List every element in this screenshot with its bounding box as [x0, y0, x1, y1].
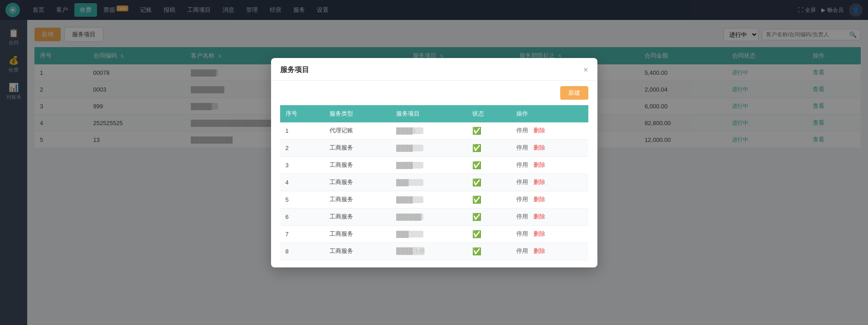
delete-button[interactable]: 删除: [533, 247, 545, 254]
list-item: 2 工商服务 ████ ✅ 停用 删除: [280, 139, 588, 156]
status-check-icon: ✅: [472, 213, 481, 221]
list-item: 7 工商服务 ███ ✅ 停用 删除: [280, 225, 588, 243]
service-items-modal: 服务项目 × 新建 序号 服务类型 服务项目 状态 操作 1 代理记账 ████…: [271, 58, 597, 267]
service-cell-action: 停用 删除: [511, 208, 588, 225]
service-table-body: 1 代理记账 ████1 ✅ 停用 删除 2 工商服务 ████ ✅ 停用 删除…: [280, 122, 588, 260]
service-cell-item: ████1: [391, 122, 467, 140]
service-cell-type: 工商服务: [324, 156, 391, 174]
modal-close-button[interactable]: ×: [583, 66, 588, 74]
delete-button[interactable]: 删除: [533, 179, 545, 185]
status-check-icon: ✅: [472, 230, 481, 238]
service-cell-action: 停用 删除: [511, 122, 588, 140]
delete-button[interactable]: 删除: [533, 213, 545, 220]
service-col-item: 服务项目: [391, 105, 467, 122]
service-cell-seq: 7: [280, 225, 324, 243]
status-check-icon: ✅: [472, 247, 481, 255]
service-cell-seq: 4: [280, 174, 324, 191]
modal-header: 服务项目 ×: [271, 58, 597, 81]
list-item: 4 工商服务 ███ ✅ 停用 删除: [280, 174, 588, 191]
service-cell-item: ████: [391, 139, 467, 156]
service-cell-action: 停用 删除: [511, 225, 588, 243]
status-check-icon: ✅: [472, 196, 481, 204]
modal-title: 服务项目: [280, 65, 309, 75]
service-cell-status: ✅: [467, 191, 511, 208]
modal-toolbar: 新建: [271, 81, 597, 105]
service-cell-seq: 5: [280, 191, 324, 208]
service-cell-status: ✅: [467, 225, 511, 243]
list-item: 5 工商服务 ████ ✅ 停用 删除: [280, 191, 588, 208]
service-cell-status: ✅: [467, 243, 511, 260]
disable-button[interactable]: 停用: [516, 213, 528, 220]
service-cell-status: ✅: [467, 174, 511, 191]
service-cell-action: 停用 删除: [511, 156, 588, 174]
service-col-type: 服务类型: [324, 105, 391, 122]
service-col-action: 操作: [511, 105, 588, 122]
disable-button[interactable]: 停用: [516, 247, 528, 254]
delete-button[interactable]: 删除: [533, 196, 545, 203]
disable-button[interactable]: 停用: [516, 127, 528, 134]
service-cell-status: ✅: [467, 122, 511, 140]
service-cell-type: 工商服务: [324, 243, 391, 260]
disable-button[interactable]: 停用: [516, 196, 528, 203]
disable-button[interactable]: 停用: [516, 230, 528, 237]
service-cell-action: 停用 删除: [511, 139, 588, 156]
delete-button[interactable]: 删除: [533, 230, 545, 237]
status-check-icon: ✅: [472, 127, 481, 135]
service-cell-type: 工商服务: [324, 208, 391, 225]
delete-button[interactable]: 删除: [533, 127, 545, 134]
service-cell-status: ✅: [467, 139, 511, 156]
service-cell-item: ███: [391, 174, 467, 191]
service-cell-seq: 3: [280, 156, 324, 174]
service-cell-seq: 2: [280, 139, 324, 156]
service-cell-type: 代理记账: [324, 122, 391, 140]
delete-button[interactable]: 删除: [533, 161, 545, 168]
list-item: 8 工商服务 ████注册 ✅ 停用 删除: [280, 243, 588, 260]
service-cell-type: 工商服务: [324, 225, 391, 243]
service-cell-item: ████: [391, 191, 467, 208]
service-cell-item: ███: [391, 225, 467, 243]
service-cell-status: ✅: [467, 156, 511, 174]
delete-button[interactable]: 删除: [533, 144, 545, 151]
status-check-icon: ✅: [472, 179, 481, 186]
service-cell-item: ████: [391, 156, 467, 174]
service-table-header: 序号 服务类型 服务项目 状态 操作: [280, 105, 588, 122]
service-cell-action: 停用 删除: [511, 174, 588, 191]
disable-button[interactable]: 停用: [516, 144, 528, 151]
service-cell-seq: 6: [280, 208, 324, 225]
status-check-icon: ✅: [472, 144, 481, 152]
service-cell-action: 停用 删除: [511, 191, 588, 208]
service-cell-item: ████注册: [391, 243, 467, 260]
service-cell-seq: 8: [280, 243, 324, 260]
service-cell-type: 工商服务: [324, 174, 391, 191]
modal-body: 序号 服务类型 服务项目 状态 操作 1 代理记账 ████1 ✅ 停用 删除 …: [271, 105, 597, 267]
list-item: 6 工商服务 ██████ ✅ 停用 删除: [280, 208, 588, 225]
list-item: 3 工商服务 ████ ✅ 停用 删除: [280, 156, 588, 174]
status-check-icon: ✅: [472, 161, 481, 169]
list-item: 1 代理记账 ████1 ✅ 停用 删除: [280, 122, 588, 140]
service-cell-item: ██████: [391, 208, 467, 225]
modal-new-button[interactable]: 新建: [560, 86, 588, 100]
service-cell-status: ✅: [467, 208, 511, 225]
service-col-status: 状态: [467, 105, 511, 122]
service-cell-type: 工商服务: [324, 139, 391, 156]
service-cell-action: 停用 删除: [511, 243, 588, 260]
service-col-seq: 序号: [280, 105, 324, 122]
disable-button[interactable]: 停用: [516, 179, 528, 185]
disable-button[interactable]: 停用: [516, 161, 528, 168]
service-table: 序号 服务类型 服务项目 状态 操作 1 代理记账 ████1 ✅ 停用 删除 …: [280, 105, 588, 260]
service-cell-seq: 1: [280, 122, 324, 140]
service-cell-type: 工商服务: [324, 191, 391, 208]
